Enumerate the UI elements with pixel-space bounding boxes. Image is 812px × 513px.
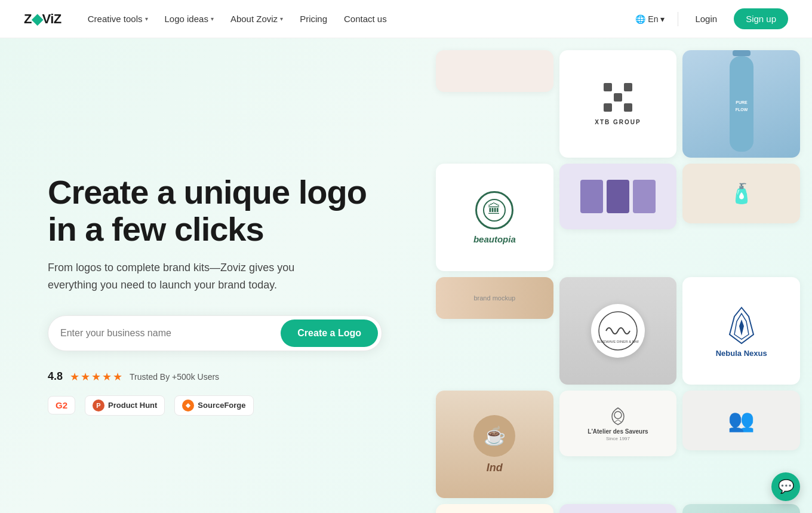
chevron-down-icon: ▾ (660, 14, 665, 24)
star-3: ★ (91, 370, 101, 383)
svg-point-8 (614, 411, 622, 419)
nav-left: Z◆ViZ Creative tools ▾ Logo ideas ▾ Abou… (24, 9, 394, 29)
nav-logo-ideas[interactable]: Logo ideas ▾ (158, 9, 221, 29)
ind-wrap: ☕ Ind (436, 391, 553, 498)
bluewave-circle: BLUEWAVE DINER & BAR (591, 304, 645, 358)
top2-label: brand mockup (473, 294, 515, 302)
logo-card-purple-boxes (559, 164, 677, 229)
nebula-name: Nebula Nexus (716, 349, 767, 358)
logo-card-atelier: L'Atelier des Saveurs Since 1997 (559, 391, 677, 456)
beautopia-wrap: 🏛 beautopia (473, 191, 516, 244)
logo-card-bottom2: 👥 (682, 391, 800, 450)
badges-row: G2 P Product Hunt ◆ SourceForge (48, 395, 394, 416)
nebula-wrap: Nebula Nexus (716, 305, 767, 358)
star-1: ★ (70, 370, 79, 383)
logo-card-top2: brand mockup (436, 277, 553, 319)
svg-text:FLOW: FLOW (735, 107, 748, 112)
chevron-down-icon: ▾ (280, 16, 283, 22)
logo-card-packaging (682, 504, 800, 513)
rating-score: 4.8 (48, 370, 63, 383)
badge-sourceforge[interactable]: ◆ SourceForge (174, 395, 253, 416)
logo-card-gunesli: ☕ Güneşli Bahçe (436, 504, 553, 513)
login-button[interactable]: Login (685, 9, 727, 29)
business-name-input[interactable] (60, 323, 281, 343)
packaging-wrap (682, 504, 800, 513)
logo-card-bottom1: 🧴 (682, 164, 800, 223)
logo[interactable]: Z◆ViZ (24, 11, 61, 27)
g2-icon: G2 (56, 400, 67, 410)
language-selector[interactable]: 🌐 En ▾ (629, 11, 670, 27)
producthunt-icon: P (93, 400, 104, 411)
pureflow-bottle: PURE FLOW (682, 50, 800, 158)
nav-pricing[interactable]: Pricing (293, 9, 334, 29)
badge-g2[interactable]: G2 (48, 396, 75, 414)
svg-text:🏛: 🏛 (488, 202, 501, 217)
hero-left: Create a unique logo in a few clicks Fro… (0, 38, 430, 513)
atelier-name: L'Atelier des Saveurs (588, 428, 648, 435)
trusted-text: Trusted By +500k Users (130, 372, 219, 382)
chat-button[interactable]: 💬 (771, 472, 800, 501)
ind-inner: ☕ Ind (473, 415, 515, 474)
nav-about[interactable]: About Zoviz ▾ (223, 9, 290, 29)
nav-right: 🌐 En ▾ Login Sign up (629, 8, 788, 29)
nav-creative-tools[interactable]: Creative tools ▾ (81, 9, 155, 29)
ind-icon: ☕ (484, 425, 506, 446)
hero-section: Create a unique logo in a few clicks Fro… (0, 0, 812, 513)
bottom2-icon: 👥 (728, 408, 755, 433)
svg-text:PURE: PURE (736, 100, 748, 105)
star-5: ★ (113, 370, 122, 383)
nav-divider (678, 12, 678, 26)
logo-grid: XTB GROUP PURE FLOW 🏛 (430, 38, 812, 513)
ind-circle: ☕ (473, 415, 515, 457)
star-4: ★ (102, 370, 112, 383)
bluewave-wrap: BLUEWAVE DINER & BAR (559, 277, 677, 385)
logo-card-ind: ☕ Ind (436, 391, 553, 498)
logo-card-beautopia: 🏛 beautopia (436, 164, 553, 271)
nav-links: Creative tools ▾ Logo ideas ▾ About Zovi… (81, 9, 394, 29)
beautopia-icon: 🏛 (475, 191, 513, 229)
badge-producthunt[interactable]: P Product Hunt (85, 395, 165, 416)
purple-boxes-wrap (573, 173, 663, 220)
chat-icon: 💬 (778, 479, 794, 494)
signup-button[interactable]: Sign up (734, 8, 788, 29)
logo-card-xtb: XTB GROUP (559, 50, 677, 158)
top2-fill: brand mockup (436, 277, 553, 319)
chevron-down-icon: ▾ (211, 16, 214, 22)
nav-contact[interactable]: Contact us (337, 9, 394, 29)
hero-title: Create a unique logo in a few clicks (48, 174, 394, 247)
star-2: ★ (81, 370, 90, 383)
logo-card-top1 (436, 50, 553, 92)
create-logo-button[interactable]: Create a Logo (281, 320, 378, 347)
sourceforge-icon: ◆ (182, 400, 194, 411)
ind-name: Ind (487, 462, 503, 474)
navbar: Z◆ViZ Creative tools ▾ Logo ideas ▾ Abou… (0, 0, 812, 38)
logo-card-business-cards (559, 504, 677, 513)
atelier-wrap: L'Atelier des Saveurs Since 1997 (588, 406, 648, 441)
logo-card-nebula: Nebula Nexus (682, 277, 800, 385)
stars: ★ ★ ★ ★ ★ (70, 370, 122, 383)
rating-row: 4.8 ★ ★ ★ ★ ★ Trusted By +500k Users (48, 370, 394, 383)
search-bar: Create a Logo (48, 315, 382, 351)
bottom1-icon: 🧴 (730, 182, 753, 205)
chevron-down-icon: ▾ (145, 16, 148, 22)
xtb-label: XTB GROUP (595, 119, 641, 125)
logo-card-bluewave: BLUEWAVE DINER & BAR (559, 277, 677, 385)
atelier-since: Since 1997 (606, 436, 630, 441)
beautopia-name: beautopia (473, 234, 516, 244)
hero-subtitle: From logos to complete brand kits—Zoviz … (48, 259, 334, 294)
svg-text:BLUEWAVE DINER & BAR: BLUEWAVE DINER & BAR (597, 340, 639, 343)
svg-rect-0 (733, 50, 751, 56)
xtb-grid (604, 83, 632, 112)
logo-card-pureflow: PURE FLOW (682, 50, 800, 158)
biz-cards-wrap (559, 504, 677, 513)
globe-icon: 🌐 (635, 14, 645, 24)
